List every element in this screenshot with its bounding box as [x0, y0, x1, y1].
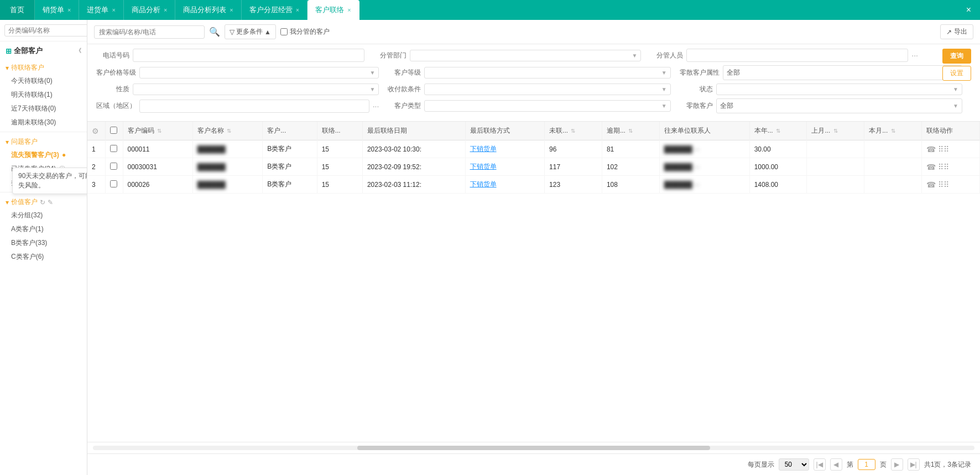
cell-check-1[interactable] [105, 158, 123, 176]
value-refresh-icon[interactable]: ↻ [40, 199, 45, 206]
gender-select[interactable]: ▼ [133, 83, 379, 95]
tab-customer-link-close[interactable]: × [347, 7, 351, 13]
retail-attr-select[interactable]: 全部 ▼ [723, 65, 962, 80]
sidebar-group-value[interactable]: ▾ 价值客户 ↻ ✎ [0, 195, 87, 208]
collapse-icon[interactable]: 《 [76, 47, 81, 55]
col-settings-gear-icon[interactable]: ⚙ [92, 127, 99, 135]
sidebar-item-overdue-contact[interactable]: 逾期未联络(30) [0, 116, 87, 129]
row-action-phone-2[interactable]: ☎ [926, 180, 936, 189]
sidebar-item-loss-warning-label: 流失预警客户(3) [11, 151, 59, 159]
tab-home[interactable]: 首页 [0, 0, 35, 20]
window-close-button[interactable]: × [957, 5, 980, 15]
tab-customer-link[interactable]: 客户联络 × [307, 0, 359, 20]
col-overdue-label: 逾期... [607, 127, 625, 134]
retail-customer-value: 全部 [720, 101, 733, 111]
tab-sales-close[interactable]: × [67, 7, 71, 13]
region-dots-icon[interactable]: ··· [373, 102, 379, 111]
settings-button[interactable]: 设置 [942, 66, 971, 81]
last-page-button[interactable]: ▶| [908, 458, 920, 471]
query-button[interactable]: 查询 [942, 49, 971, 64]
dept-select[interactable]: ▼ [410, 50, 642, 61]
select-all-checkbox[interactable] [110, 127, 117, 134]
cell-actions-1: ☎ ⠿⠿ [922, 158, 980, 176]
phone-input[interactable] [133, 49, 364, 62]
sidebar-item-lost[interactable]: 已流失客户(24) ⓘ [0, 162, 87, 176]
tab-customer-tier-label: 客户分层经营 [249, 5, 293, 15]
horizontal-scrollbar-thumb[interactable] [357, 446, 710, 450]
export-button[interactable]: ↗ 导出 [940, 24, 973, 39]
tab-sales[interactable]: 销货单 × [35, 0, 79, 20]
grade-select[interactable]: ▼ [424, 67, 670, 79]
sidebar-group-problem[interactable]: ▾ 问题客户 [0, 134, 87, 148]
tab-analysis-close[interactable]: × [164, 7, 167, 13]
sidebar-item-today-contact[interactable]: 今天待联络(0) [0, 74, 87, 88]
row-checkbox-0[interactable] [110, 145, 117, 152]
row-checkbox-1[interactable] [110, 163, 117, 170]
row-action-more-0[interactable]: ⠿⠿ [938, 145, 949, 154]
customer-type-select[interactable]: ▼ [424, 100, 670, 112]
first-page-button[interactable]: |◀ [814, 458, 826, 471]
cell-check-2[interactable] [105, 176, 123, 194]
cell-check-0[interactable] [105, 140, 123, 158]
table-row: 2 00030031 ██████ B类客户 15 2023-02-09 19:… [87, 158, 980, 176]
sidebar-item-class-b[interactable]: B类客户(33) [0, 236, 87, 250]
cell-last-method-0[interactable]: 下销货单 [465, 140, 545, 158]
all-customers-header[interactable]: ⊞ 全部客户 《 [0, 41, 87, 60]
tab-analysis[interactable]: 商品分析 × [124, 0, 175, 20]
retail-attr-value: 全部 [727, 68, 740, 77]
row-action-phone-0[interactable]: ☎ [926, 145, 936, 154]
current-page-input[interactable]: 1 [858, 459, 875, 470]
col-type: 客户... [263, 122, 317, 140]
tab-customer-tier-close[interactable]: × [296, 7, 299, 13]
sidebar-item-loss-warning[interactable]: 流失预警客户(3) ● [0, 148, 87, 162]
my-customers-check-label[interactable]: 我分管的客户 [280, 27, 330, 36]
row-action-more-2[interactable]: ⠿⠿ [938, 180, 949, 189]
my-customers-label: 我分管的客户 [290, 27, 330, 36]
person-input[interactable] [686, 49, 908, 62]
status-select[interactable]: ▼ [716, 83, 962, 95]
sidebar-item-week-label: 近7天待联络(0) [11, 105, 56, 112]
col-settings[interactable]: ⚙ [87, 122, 105, 140]
sidebar-item-tomorrow-contact[interactable]: 明天待联络(1) [0, 88, 87, 102]
sidebar-item-ungrouped[interactable]: 未分组(32) [0, 208, 87, 222]
col-code-sort-icon: ⇅ [157, 128, 161, 134]
my-customers-checkbox[interactable] [280, 28, 288, 35]
arrow-down-icon-3: ▾ [6, 199, 9, 206]
value-edit-icon[interactable]: ✎ [48, 199, 53, 206]
cell-last-method-2[interactable]: 下销货单 [465, 176, 545, 194]
cell-last-method-1[interactable]: 下销货单 [465, 158, 545, 176]
tab-purchase-close[interactable]: × [112, 7, 115, 13]
cell-overdue-0: 81 [602, 140, 659, 158]
row-action-more-1[interactable]: ⠿⠿ [938, 163, 949, 171]
sidebar-item-class-a[interactable]: A类客户(1) [0, 222, 87, 236]
sidebar-search-input[interactable] [4, 24, 87, 36]
col-code[interactable]: 客户编码 ⇅ [123, 122, 192, 140]
filter-cell-retail-customer: 零散客户 全部 ▼ [680, 98, 971, 113]
price-grade-select[interactable]: ▼ [139, 67, 379, 79]
tab-customer-tier[interactable]: 客户分层经营 × [242, 0, 307, 20]
sidebar-item-class-c[interactable]: C类客户(6) [0, 250, 87, 264]
next-page-button[interactable]: ▶ [891, 458, 903, 471]
tab-analysis-list-close[interactable]: × [230, 7, 233, 13]
horizontal-scrollbar-track[interactable] [93, 446, 974, 450]
filter-more-button[interactable]: ▽ 更多条件 ▲ [225, 24, 276, 39]
payment-select[interactable]: ▼ [424, 83, 670, 95]
row-action-phone-1[interactable]: ☎ [926, 163, 936, 171]
prev-page-button[interactable]: ◀ [830, 458, 842, 471]
col-name[interactable]: 客户名称 ⇅ [192, 122, 262, 140]
sidebar-item-decline[interactable]: 持续下滑客户(2) ⓘ [0, 176, 87, 190]
filter-search-input[interactable] [94, 25, 205, 39]
filter-cell-gender: 性质 ▼ [96, 83, 388, 95]
filter-search-button[interactable]: 🔍 [209, 27, 220, 37]
col-unit-contact: 往来单位联系人 [659, 122, 749, 140]
retail-customer-select[interactable]: 全部 ▼ [716, 98, 962, 113]
filter-row-1: 电话号码 分管部门 ▼ 分管人员 ··· [96, 49, 971, 62]
region-input[interactable] [139, 100, 369, 113]
row-checkbox-2[interactable] [110, 180, 117, 187]
per-page-select[interactable]: 50 100 200 [779, 458, 809, 471]
sidebar-item-week-contact[interactable]: 近7天待联络(0) [0, 102, 87, 116]
person-dots-icon[interactable]: ··· [911, 51, 918, 60]
tab-analysis-list[interactable]: 商品分析列表 × [175, 0, 241, 20]
sidebar-group-pending[interactable]: ▾ 待联络客户 [0, 60, 87, 74]
tab-purchase[interactable]: 进货单 × [79, 0, 123, 20]
